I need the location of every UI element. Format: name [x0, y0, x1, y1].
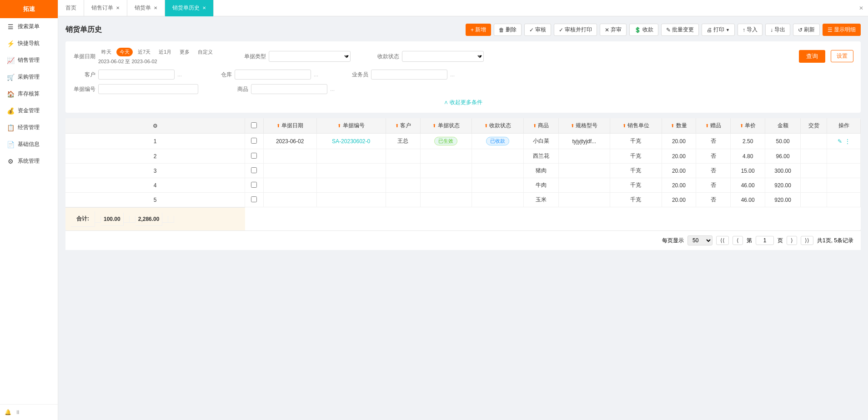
print-button[interactable]: 🖨 打印 ▼	[702, 24, 735, 36]
row-gift: 否	[696, 178, 731, 193]
filter-salesman: 业务员 ...	[346, 70, 455, 80]
row-action[interactable]	[827, 193, 861, 207]
salesman-input[interactable]	[371, 70, 447, 80]
table-row: 5玉米千克20.00否46.00920.00	[65, 193, 861, 207]
col-settings[interactable]: ⚙	[65, 118, 245, 134]
sidebar-bottom-icon2[interactable]: ⏸	[15, 409, 20, 415]
col-doc-no[interactable]: ⬆ 单据编号	[316, 118, 386, 134]
customer-input[interactable]	[98, 70, 175, 80]
pay-status-select[interactable]	[402, 51, 484, 62]
col-unit[interactable]: ⬆ 销售单位	[610, 118, 662, 134]
sidebar-item-sales-mgmt[interactable]: 📈 销售管理	[0, 52, 58, 69]
prev-page-button[interactable]: ⟨	[733, 236, 743, 245]
delete-button[interactable]: 🗑 删除	[494, 24, 522, 36]
col-gift[interactable]: ⬆ 赠品	[696, 118, 731, 134]
row-checkbox[interactable]	[251, 138, 257, 144]
row-select[interactable]	[245, 193, 264, 207]
row-doc-no[interactable]	[316, 164, 386, 178]
row-select[interactable]	[245, 164, 264, 178]
select-all-checkbox[interactable]	[251, 122, 257, 128]
date-btn-custom[interactable]: 自定义	[195, 48, 216, 56]
audit-button[interactable]: ✓ 审核	[524, 24, 551, 36]
customer-dots[interactable]: ...	[177, 71, 182, 78]
goods-dots[interactable]: ...	[330, 86, 335, 92]
new-button[interactable]: + 新增	[466, 24, 491, 36]
col-qty[interactable]: ⬆ 数量	[662, 118, 696, 134]
col-customer[interactable]: ⬆ 客户	[386, 118, 420, 134]
date-btn-today[interactable]: 今天	[116, 48, 133, 56]
row-action[interactable]	[827, 149, 861, 164]
row-doc-no[interactable]	[316, 149, 386, 164]
warehouse-input[interactable]	[235, 70, 311, 80]
sidebar-item-system-mgmt[interactable]: ⚙ 系统管理	[0, 153, 58, 170]
collapse-button[interactable]: ∧ 收起更多条件	[73, 99, 853, 106]
last-page-button[interactable]: ⟩⟩	[801, 236, 813, 245]
date-btn-7days[interactable]: 近7天	[135, 48, 154, 56]
tab-home[interactable]: 首页	[58, 0, 84, 16]
refresh-button[interactable]: ↺ 刷新	[793, 24, 820, 36]
row-checkbox[interactable]	[251, 182, 257, 188]
warehouse-dots[interactable]: ...	[314, 71, 318, 78]
doc-no-input[interactable]	[98, 84, 198, 94]
sidebar-item-search-menu[interactable]: ☰ 搜索菜单	[0, 18, 58, 35]
import-button[interactable]: ↑ 导入	[738, 24, 763, 36]
date-btn-more[interactable]: 更多	[176, 48, 193, 56]
show-detail-button[interactable]: ☰ 显示明细	[823, 24, 861, 36]
row-doc-no[interactable]	[316, 178, 386, 193]
sidebar-item-base-info[interactable]: 📄 基础信息	[0, 136, 58, 153]
row-doc-no[interactable]: SA-20230602-0	[316, 134, 386, 149]
doc-type-select[interactable]	[269, 51, 351, 62]
tab-sales-history-close[interactable]: ✕	[202, 5, 206, 10]
col-pay-status[interactable]: ⬆ 收款状态	[472, 118, 524, 134]
sidebar-item-purchase-mgmt[interactable]: 🛒 采购管理	[0, 69, 58, 85]
row-doc-no[interactable]	[316, 193, 386, 207]
filter-row-2: 客户 ... 仓库 ... 业务员 ...	[73, 70, 853, 80]
query-button[interactable]: 查询	[799, 50, 825, 63]
next-page-button[interactable]: ⟩	[787, 236, 797, 245]
export-button[interactable]: ↓ 导出	[765, 24, 790, 36]
receive-button[interactable]: 💲 收款	[629, 24, 658, 36]
row-select[interactable]	[245, 178, 264, 193]
row-gift: 否	[696, 193, 731, 207]
row-select[interactable]	[245, 134, 264, 149]
abandon-button[interactable]: ✕ 弃审	[600, 24, 627, 36]
salesman-dots[interactable]: ...	[450, 71, 455, 78]
col-unit-price[interactable]: ⬆ 单价	[731, 118, 765, 134]
row-unit: 千克	[610, 193, 662, 207]
row-action[interactable]: ✎⋮	[827, 134, 861, 149]
sidebar-item-finance[interactable]: 💰 资金管理	[0, 102, 58, 119]
row-checkbox[interactable]	[251, 153, 257, 159]
row-checkbox[interactable]	[251, 167, 257, 173]
sidebar-item-operations[interactable]: 📋 经营管理	[0, 119, 58, 136]
page-number-input[interactable]	[756, 236, 774, 245]
batch-change-button[interactable]: ✎ 批量变更	[661, 24, 699, 36]
date-btn-yesterday[interactable]: 昨天	[98, 48, 115, 56]
doc-no-link[interactable]: SA-20230602-0	[332, 138, 370, 145]
col-doc-status[interactable]: ⬆ 单据状态	[420, 118, 472, 134]
tabs-close-all[interactable]: ✕	[854, 5, 868, 11]
row-action[interactable]	[827, 164, 861, 178]
tab-sales-order-close[interactable]: ✕	[116, 5, 120, 10]
tab-sales-goods[interactable]: 销货单 ✕	[127, 0, 165, 16]
row-checkbox[interactable]	[251, 196, 257, 202]
col-doc-date[interactable]: ⬆ 单据日期	[263, 118, 316, 134]
edit-action[interactable]: ✎	[838, 138, 842, 145]
settings-button[interactable]: 设置	[831, 50, 853, 62]
first-page-button[interactable]: ⟨⟨	[716, 236, 729, 245]
sidebar-item-inventory[interactable]: 🏠 库存核算	[0, 85, 58, 102]
date-btn-1month[interactable]: 近1月	[156, 48, 175, 56]
sidebar-bottom-icon1[interactable]: 🔔	[5, 409, 11, 415]
audit-print-button[interactable]: ✓ 审核并打印	[554, 24, 597, 36]
row-action[interactable]	[827, 178, 861, 193]
row-spec	[558, 149, 610, 164]
col-goods[interactable]: ⬆ 商品	[523, 118, 558, 134]
tab-sales-goods-close[interactable]: ✕	[154, 5, 157, 10]
more-action[interactable]: ⋮	[845, 138, 850, 145]
tab-sales-history[interactable]: 销货单历史 ✕	[165, 0, 214, 16]
row-select[interactable]	[245, 149, 264, 164]
tab-sales-order[interactable]: 销售订单 ✕	[84, 0, 127, 16]
sidebar-item-quick-nav[interactable]: ⚡ 快捷导航	[0, 35, 58, 52]
per-page-select[interactable]: 50 100	[687, 235, 712, 245]
col-spec[interactable]: ⬆ 规格型号	[558, 118, 610, 134]
goods-input[interactable]	[251, 84, 327, 94]
